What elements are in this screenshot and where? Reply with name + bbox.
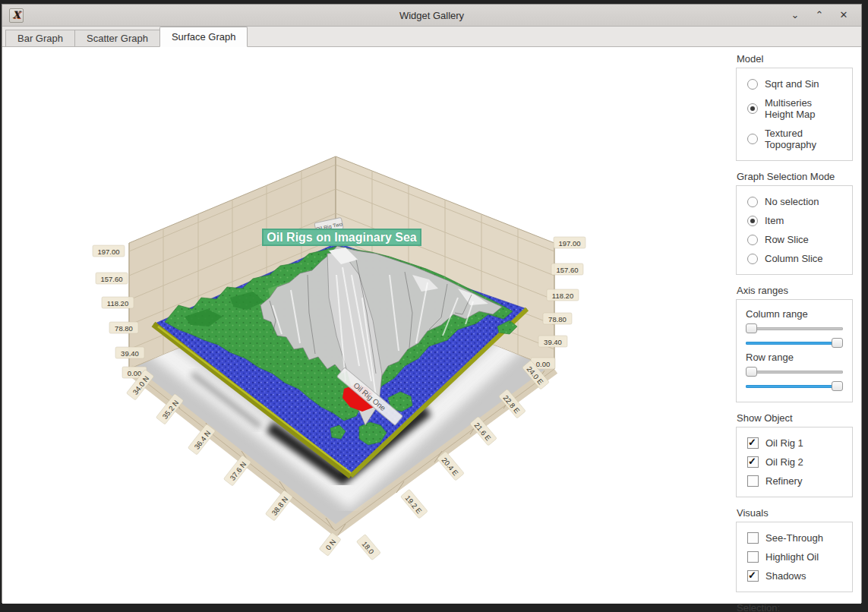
radio-row-slice[interactable]: Row Slice xyxy=(747,234,844,245)
radio-sqrt-and-sin[interactable]: Sqrt and Sin xyxy=(747,78,844,90)
row-range-max-slider[interactable] xyxy=(746,380,843,392)
slider-track[interactable] xyxy=(746,327,843,330)
axis-ranges-group: Column range Row range xyxy=(736,299,853,402)
model-section-title: Model xyxy=(737,53,853,65)
application-window: X Widget Gallery ⌄ ⌃ ✕ Bar Graph Scatter… xyxy=(2,5,861,602)
show-object-group: Oil Rig 1 Oil Rig 2 Refinery xyxy=(736,427,853,497)
slider-handle[interactable] xyxy=(746,323,757,333)
window-frame: X Widget Gallery ⌄ ⌃ ✕ Bar Graph Scatter… xyxy=(0,0,868,612)
slider-track[interactable] xyxy=(746,371,843,374)
column-range-max-slider[interactable] xyxy=(746,337,843,349)
checkbox-highlight-oil[interactable]: Highlight Oil xyxy=(747,551,844,563)
surface-graph-page: Oil Rig Two Oil Rigs on Imaginary Sea Oi… xyxy=(2,47,861,604)
axis-ranges-section-title: Axis ranges xyxy=(737,285,853,296)
model-group: Sqrt and Sin Multiseries Height Map Text… xyxy=(736,68,853,161)
height-tick: 78.80 xyxy=(115,324,133,333)
height-tick: 118.20 xyxy=(552,292,573,300)
minimize-button[interactable]: ⌄ xyxy=(787,7,803,24)
selection-mode-section-title: Graph Selection Mode xyxy=(737,171,853,182)
radio-item[interactable]: Item xyxy=(747,215,844,226)
visuals-group: See-Through Highlight Oil Shadows xyxy=(736,522,853,592)
radio-icon[interactable] xyxy=(747,235,758,245)
radio-icon[interactable] xyxy=(747,197,758,207)
checkbox-oil-rig-1[interactable]: Oil Rig 1 xyxy=(747,437,844,449)
maximize-button[interactable]: ⌃ xyxy=(811,7,828,24)
slider-track-filled[interactable] xyxy=(746,385,843,388)
slider-track-filled[interactable] xyxy=(746,342,843,345)
checkbox-refinery[interactable]: Refinery xyxy=(747,475,844,487)
radio-icon-checked[interactable] xyxy=(747,103,758,114)
row-range-label: Row range xyxy=(746,352,844,363)
height-tick: 118.20 xyxy=(107,299,128,308)
tab-surface-graph[interactable]: Surface Graph xyxy=(159,27,248,47)
radio-icon-checked[interactable] xyxy=(747,216,758,226)
radio-icon[interactable] xyxy=(747,254,758,264)
height-tick: 78.80 xyxy=(548,315,567,323)
checkbox-icon-checked[interactable] xyxy=(747,456,759,468)
radio-column-slice[interactable]: Column Slice xyxy=(747,253,844,264)
close-button[interactable]: ✕ xyxy=(835,7,852,24)
chart-title-banner: Oil Rigs on Imaginary Sea xyxy=(263,229,421,245)
checkbox-icon-checked[interactable] xyxy=(747,570,759,582)
row-range-min-slider[interactable] xyxy=(746,366,843,377)
slider-handle[interactable] xyxy=(832,338,843,348)
surface-3d-chart[interactable]: Oil Rig Two Oil Rigs on Imaginary Sea Oi… xyxy=(2,47,731,604)
slider-handle[interactable] xyxy=(832,381,843,391)
checkbox-icon[interactable] xyxy=(747,532,759,544)
selection-label: Selection: xyxy=(737,602,853,612)
checkbox-oil-rig-2[interactable]: Oil Rig 2 xyxy=(747,456,844,468)
height-tick: 197.00 xyxy=(558,239,580,248)
radio-no-selection[interactable]: No selection xyxy=(747,196,844,207)
checkbox-shadows[interactable]: Shadows xyxy=(747,570,844,582)
radio-icon[interactable] xyxy=(747,79,758,90)
window-title: Widget Gallery xyxy=(2,10,861,21)
control-panel: Model Sqrt and Sin Multiseries Height Ma… xyxy=(736,53,853,612)
height-tick: 0.00 xyxy=(536,360,551,368)
selection-mode-group: No selection Item Row Slice Column Slice xyxy=(736,185,853,275)
tab-bar-graph[interactable]: Bar Graph xyxy=(5,30,75,46)
title-bar[interactable]: X Widget Gallery ⌄ ⌃ ✕ xyxy=(2,5,861,27)
height-tick: 39.40 xyxy=(544,338,562,346)
height-tick: 197.00 xyxy=(97,248,119,256)
radio-icon[interactable] xyxy=(747,134,758,144)
checkbox-see-through[interactable]: See-Through xyxy=(747,532,844,544)
column-range-label: Column range xyxy=(746,308,844,320)
radio-multiseries-height-map[interactable]: Multiseries Height Map xyxy=(747,97,844,120)
height-tick: 39.40 xyxy=(121,349,139,358)
checkbox-icon[interactable] xyxy=(747,475,759,487)
show-object-section-title: Show Object xyxy=(737,412,853,424)
height-tick: 157.60 xyxy=(556,266,578,274)
radio-textured-topography[interactable]: Textured Topography xyxy=(747,128,844,150)
tab-bar: Bar Graph Scatter Graph Surface Graph xyxy=(2,27,861,47)
tab-scatter-graph[interactable]: Scatter Graph xyxy=(74,30,160,46)
chart-title: Oil Rigs on Imaginary Sea xyxy=(267,231,416,244)
slider-handle[interactable] xyxy=(746,367,757,377)
height-tick: 157.60 xyxy=(100,275,122,283)
column-range-min-slider[interactable] xyxy=(746,323,843,334)
checkbox-icon-checked[interactable] xyxy=(747,437,759,449)
checkbox-icon[interactable] xyxy=(747,551,759,563)
height-tick: 0.00 xyxy=(128,369,142,377)
visuals-section-title: Visuals xyxy=(737,507,853,519)
